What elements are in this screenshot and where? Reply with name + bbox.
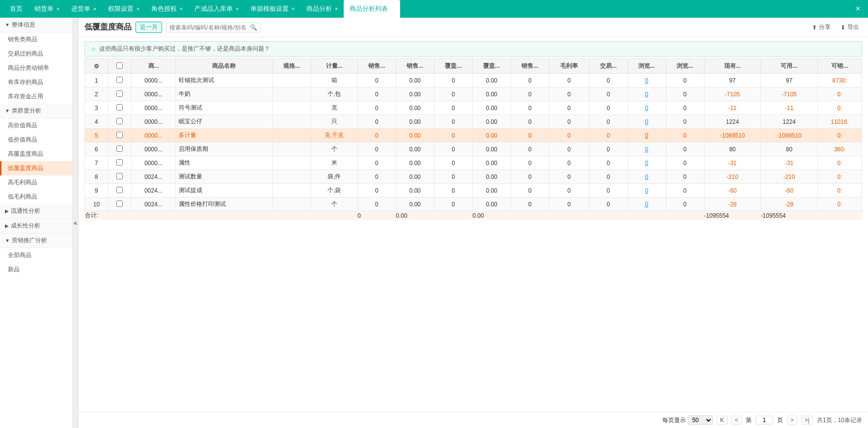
table-container[interactable]: ⚙ 商... 商品名称 规格... 计量... 销售... 销售... 覆盖..… <box>79 58 868 412</box>
sidebar-item-traded-products[interactable]: 交易过的商品 <box>0 47 72 61</box>
cell-browse1[interactable]: 0 <box>627 184 666 198</box>
cell-browse1[interactable]: 0 <box>627 74 666 87</box>
filter-recent-month-button[interactable]: 近一月 <box>136 22 162 33</box>
row-checkbox[interactable] <box>116 200 123 207</box>
sidebar-item-new-products[interactable]: 新品 <box>0 262 72 277</box>
nav-close-warehouse[interactable]: × <box>236 6 239 12</box>
cell-checkbox[interactable] <box>108 184 131 198</box>
export-button[interactable]: ⬇ 导出 <box>838 22 862 33</box>
cell-name: 多计量 <box>176 129 273 143</box>
cell-browse1[interactable]: 0 <box>627 129 666 143</box>
search-box: 🔍 <box>166 23 261 32</box>
cell-name: 测试数量 <box>176 170 273 184</box>
sidebar-section-growth[interactable]: ▶ 成长性分析 <box>0 219 72 233</box>
th-browse2: 浏览... <box>666 59 704 74</box>
cell-num: 5 <box>85 129 108 143</box>
sum-stock-sale <box>817 211 862 220</box>
sidebar-item-high-gross[interactable]: 高毛利商品 <box>0 175 72 190</box>
sidebar-item-low-coverage[interactable]: 低覆盖度商品 <box>0 161 72 175</box>
cell-browse1[interactable]: 0 <box>627 143 666 156</box>
cell-checkbox[interactable] <box>108 87 131 101</box>
row-checkbox[interactable] <box>116 77 123 83</box>
sidebar-section-cluster[interactable]: ▼ 类群度分析 <box>0 104 72 118</box>
cell-code: 0000... <box>131 143 175 156</box>
section-arrow-circulation: ▶ <box>5 208 9 214</box>
cell-browse1[interactable]: 0 <box>627 115 666 129</box>
last-page-button[interactable]: >| <box>801 416 813 425</box>
nav-template[interactable]: 单据模板设置 × <box>244 0 300 18</box>
row-checkbox[interactable] <box>116 118 123 124</box>
row-checkbox[interactable] <box>116 132 123 138</box>
per-page-dropdown[interactable]: 50 20 100 200 <box>688 415 713 425</box>
cell-checkbox[interactable] <box>108 129 131 143</box>
sidebar-section-circulation[interactable]: ▶ 流通性分析 <box>0 204 72 219</box>
share-button[interactable]: ⬆ 分享 <box>809 22 834 33</box>
sidebar-item-sales-products[interactable]: 销售类商品 <box>0 32 72 47</box>
sidebar-item-capital-usage[interactable]: 库存资金占用 <box>0 89 72 104</box>
cell-cover1: 0 <box>434 156 472 170</box>
cell-browse2: 0 <box>666 129 704 143</box>
select-all-checkbox[interactable] <box>116 62 123 69</box>
sidebar-item-low-value[interactable]: 低价值商品 <box>0 133 72 147</box>
nav-sales[interactable]: 销货单 × <box>28 0 65 18</box>
nav-home[interactable]: 首页 <box>4 0 28 18</box>
sidebar-item-high-value[interactable]: 高价值商品 <box>0 118 72 133</box>
th-settings[interactable]: ⚙ <box>85 59 108 74</box>
cell-checkbox[interactable] <box>108 198 131 211</box>
cell-browse1[interactable]: 0 <box>627 170 666 184</box>
cell-checkbox[interactable] <box>108 74 131 87</box>
row-checkbox[interactable] <box>116 90 123 97</box>
sidebar-collapse-button[interactable]: « <box>73 18 79 428</box>
nav-permissions[interactable]: 权限设置 × <box>102 0 145 18</box>
page-input[interactable] <box>756 416 773 425</box>
cell-browse1[interactable]: 0 <box>627 101 666 115</box>
cell-checkbox[interactable] <box>108 156 131 170</box>
cell-sales-amt: 0.00 <box>396 87 434 101</box>
sidebar-item-low-gross[interactable]: 低毛利商品 <box>0 190 72 204</box>
window-close-button[interactable]: × <box>852 4 864 13</box>
cell-spec <box>272 198 311 211</box>
row-checkbox[interactable] <box>116 159 123 166</box>
nav-analysis-list[interactable]: 商品分析列表 × <box>344 0 400 18</box>
th-unit: 计量... <box>311 59 357 74</box>
sidebar-item-high-coverage[interactable]: 高覆盖度商品 <box>0 147 72 161</box>
search-icon[interactable]: 🔍 <box>250 24 257 31</box>
row-checkbox[interactable] <box>116 173 123 179</box>
cell-checkbox[interactable] <box>108 143 131 156</box>
first-page-button[interactable]: K <box>717 416 728 425</box>
sidebar-item-category-rate[interactable]: 商品分类动销率 <box>0 61 72 75</box>
nav-close-purchase[interactable]: × <box>93 6 96 12</box>
cell-browse1[interactable]: 0 <box>627 156 666 170</box>
cell-code: 0000... <box>131 74 175 87</box>
nav-close-roles[interactable]: × <box>180 6 183 12</box>
search-input[interactable] <box>169 24 248 31</box>
cell-checkbox[interactable] <box>108 170 131 184</box>
cell-browse1[interactable]: 0 <box>627 198 666 211</box>
cell-trade: 0 <box>589 143 627 156</box>
nav-close-template[interactable]: × <box>292 6 295 12</box>
cell-checkbox[interactable] <box>108 115 131 129</box>
nav-purchase[interactable]: 进货单 × <box>65 0 102 18</box>
nav-roles[interactable]: 角色授权 × <box>145 0 189 18</box>
row-checkbox[interactable] <box>116 104 123 111</box>
cell-browse1[interactable]: 0 <box>627 87 666 101</box>
cell-stock-avail: -11 <box>761 101 818 115</box>
nav-close-analysis-list[interactable]: × <box>391 6 394 12</box>
nav-warehouse[interactable]: 产成品入库单 × <box>189 0 244 18</box>
th-checkbox[interactable] <box>108 59 131 74</box>
sidebar-item-stocked-products[interactable]: 有库存的商品 <box>0 75 72 89</box>
sidebar-section-overall[interactable]: ▼ 整体信息 <box>0 18 72 32</box>
nav-close-analysis[interactable]: × <box>335 6 338 12</box>
prev-page-button[interactable]: < <box>732 416 742 425</box>
cell-checkbox[interactable] <box>108 101 131 115</box>
cell-code: 0024... <box>131 198 175 211</box>
sidebar-item-all-products[interactable]: 全部商品 <box>0 248 72 262</box>
nav-close-sales[interactable]: × <box>56 6 59 12</box>
cell-browse2: 0 <box>666 115 704 129</box>
nav-close-permissions[interactable]: × <box>136 6 139 12</box>
nav-analysis[interactable]: 商品分析 × <box>300 0 344 18</box>
sidebar-section-marketing[interactable]: ▼ 营销推广分析 <box>0 233 72 248</box>
next-page-button[interactable]: > <box>787 416 797 425</box>
row-checkbox[interactable] <box>116 187 123 193</box>
row-checkbox[interactable] <box>116 145 123 152</box>
